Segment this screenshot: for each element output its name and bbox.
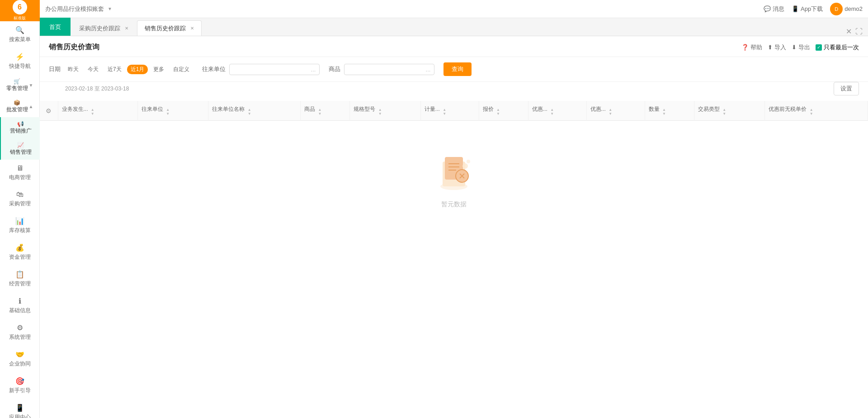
sort-quoted-price-icon: ▲▼ xyxy=(496,108,500,116)
col-partner-name[interactable]: 往来单位名称 ▲▼ xyxy=(208,101,301,121)
col-spec[interactable]: 规格型号 ▲▼ xyxy=(350,101,421,121)
date-buttons: 昨天 今天 近7天 近1月 更多 自定义 xyxy=(64,65,193,74)
col-discount1[interactable]: 优惠... ▲▼ xyxy=(528,101,586,121)
sidebar-item-label: 采购管理 xyxy=(2,200,38,208)
partner-label: 往来单位 xyxy=(202,65,226,73)
import-btn[interactable]: ⬆ 导入 xyxy=(768,43,786,52)
app-logo[interactable]: 6 标准版 xyxy=(0,0,40,21)
setting-button[interactable]: 设置 xyxy=(834,82,859,95)
tab-fullscreen-icon[interactable]: ⛶ xyxy=(855,28,863,36)
sort-biz-date-icon: ▲▼ xyxy=(91,108,94,116)
sidebar-item-retail-mgmt[interactable]: 🛒 零售管理 ▼ xyxy=(0,75,40,96)
col-product[interactable]: 商品 ▲▼ xyxy=(301,101,350,121)
partner-input[interactable]: ... xyxy=(229,64,320,75)
col-partner-code-label: 往来单位 xyxy=(142,106,163,112)
sidebar-item-inventory[interactable]: 📊 库存核算 xyxy=(0,212,40,239)
sidebar-item-operations[interactable]: 📋 经营管理 xyxy=(0,266,40,292)
cooperation-icon: 🤝 xyxy=(2,350,38,359)
col-biz-date-label: 业务发生... xyxy=(62,106,88,112)
last7-btn[interactable]: 近7天 xyxy=(104,65,125,74)
date-filter-group: 日期 昨天 今天 近7天 近1月 更多 自定义 xyxy=(49,65,193,74)
sidebar-item-label: 应用中心 xyxy=(2,413,38,418)
col-biz-date[interactable]: 业务发生... ▲▼ xyxy=(58,101,137,121)
col-pretax-price[interactable]: 优惠前无税单价 ▲▼ xyxy=(765,101,868,121)
tab-home[interactable]: 首页 xyxy=(40,18,71,36)
tab-sales-close[interactable]: ✕ xyxy=(190,26,194,31)
col-unit-label: 计量... xyxy=(425,106,440,112)
sidebar-item-basic-info[interactable]: ℹ 基础信息 xyxy=(0,292,40,319)
product-dots: ... xyxy=(426,66,431,73)
date-label: 日期 xyxy=(49,65,61,73)
tab-purchase-label: 采购历史价跟踪 xyxy=(79,24,120,33)
sort-trade-type-icon: ▲▼ xyxy=(722,108,726,116)
last1m-btn[interactable]: 近1月 xyxy=(127,65,148,74)
product-filter-group: 商品 ... xyxy=(329,64,434,75)
tab-purchase-close[interactable]: ✕ xyxy=(125,26,128,31)
product-label: 商品 xyxy=(329,65,340,73)
help-btn[interactable]: ❓ 帮助 xyxy=(741,43,762,52)
more-btn[interactable]: 更多 xyxy=(150,65,168,74)
checkbox-icon: ✓ xyxy=(816,44,822,51)
account-selector[interactable]: 办公用品行业模拟账套 xyxy=(45,5,104,13)
app-download-label: App下载 xyxy=(801,5,823,13)
custom-btn[interactable]: 自定义 xyxy=(170,65,193,74)
logo-icon: 6 xyxy=(13,0,27,14)
tab-close-all-icon[interactable]: ✕ xyxy=(846,27,852,36)
sidebar-item-label: 快捷导航 xyxy=(2,62,38,70)
sidebar-item-label: 基础信息 xyxy=(2,307,38,314)
sidebar-item-label: 营销推广 xyxy=(3,127,39,135)
product-input[interactable]: ... xyxy=(344,64,434,75)
tab-actions: ✕ ⛶ xyxy=(846,27,868,36)
col-qty[interactable]: 数量 ▲▼ xyxy=(645,101,694,121)
col-quoted-price[interactable]: 报价 ▲▼ xyxy=(479,101,528,121)
sidebar-item-cooperation[interactable]: 🤝 企业协同 xyxy=(0,346,40,372)
col-discount2[interactable]: 优惠... ▲▼ xyxy=(586,101,645,121)
sidebar-item-search-menu[interactable]: 🔍 搜索菜单 xyxy=(0,21,40,48)
chevron-up-icon: ▲ xyxy=(29,104,33,109)
dropdown-arrow-icon[interactable]: ▼ xyxy=(108,6,112,11)
ecommerce-icon: 🖥 xyxy=(2,164,38,172)
today-btn[interactable]: 今天 xyxy=(84,65,102,74)
sidebar-item-guide[interactable]: 🎯 新手引导 xyxy=(0,372,40,399)
only-last-checkbox[interactable]: ✓ 只看最后一次 xyxy=(816,43,859,52)
sidebar-item-quick-nav[interactable]: ⚡ 快捷导航 xyxy=(0,48,40,75)
sort-spec-icon: ▲▼ xyxy=(378,108,382,116)
svg-point-10 xyxy=(467,160,470,163)
col-unit[interactable]: 计量... ▲▼ xyxy=(420,101,479,121)
sort-qty-icon: ▲▼ xyxy=(662,108,666,116)
empty-icon xyxy=(431,148,476,193)
sidebar-item-wholesale-mgmt[interactable]: 📦 批发管理 ▲ xyxy=(0,96,40,117)
sort-discount2-icon: ▲▼ xyxy=(609,108,612,116)
date-range-display: 2023-02-18 至 2023-03-18 xyxy=(65,86,129,92)
sidebar-item-ecommerce[interactable]: 🖥 电商管理 xyxy=(0,160,40,186)
col-trade-type[interactable]: 交易类型 ▲▼ xyxy=(694,101,765,121)
app-download-btn[interactable]: 📱 App下载 xyxy=(792,5,823,13)
search-menu-icon: 🔍 xyxy=(2,26,38,34)
col-pretax-price-label: 优惠前无税单价 xyxy=(769,106,807,112)
sidebar-item-purchase-mgmt[interactable]: 🛍 采购管理 xyxy=(0,186,40,212)
table-settings-icon[interactable]: ⚙ xyxy=(46,107,52,114)
message-label: 消息 xyxy=(773,5,784,13)
operations-icon: 📋 xyxy=(2,270,38,279)
yesterday-btn[interactable]: 昨天 xyxy=(64,65,82,74)
export-btn[interactable]: ⬇ 导出 xyxy=(792,43,810,52)
import-icon: ⬆ xyxy=(768,44,773,51)
filter-area: 日期 昨天 今天 近7天 近1月 更多 自定义 往来单位 ... 商品 xyxy=(40,57,868,82)
sidebar-item-label: 经营管理 xyxy=(2,280,38,288)
tab-sales[interactable]: 销售历史价跟踪 ✕ xyxy=(137,20,202,36)
sidebar-item-app-center[interactable]: 📱 应用中心 xyxy=(0,399,40,418)
col-partner-code[interactable]: 往来单位 ▲▼ xyxy=(137,101,208,121)
sidebar-item-marketing[interactable]: 📢 营销推广 xyxy=(1,117,41,138)
page-title: 销售历史价查询 xyxy=(49,43,99,52)
search-button[interactable]: 查询 xyxy=(443,62,472,76)
table-settings-col[interactable]: ⚙ xyxy=(40,101,58,121)
message-btn[interactable]: 💬 消息 xyxy=(764,5,784,13)
sidebar-item-label: 系统管理 xyxy=(2,333,38,341)
col-partner-name-label: 往来单位名称 xyxy=(212,106,245,112)
user-profile[interactable]: D demo2 xyxy=(830,3,863,15)
sidebar-item-system[interactable]: ⚙ 系统管理 xyxy=(0,319,40,346)
tab-purchase[interactable]: 采购历史价跟踪 ✕ xyxy=(71,20,136,36)
sort-discount1-icon: ▲▼ xyxy=(550,108,554,116)
sidebar-item-sales-mgmt[interactable]: 📈 销售管理 xyxy=(1,138,41,160)
sidebar-item-finance[interactable]: 💰 资金管理 xyxy=(0,239,40,266)
